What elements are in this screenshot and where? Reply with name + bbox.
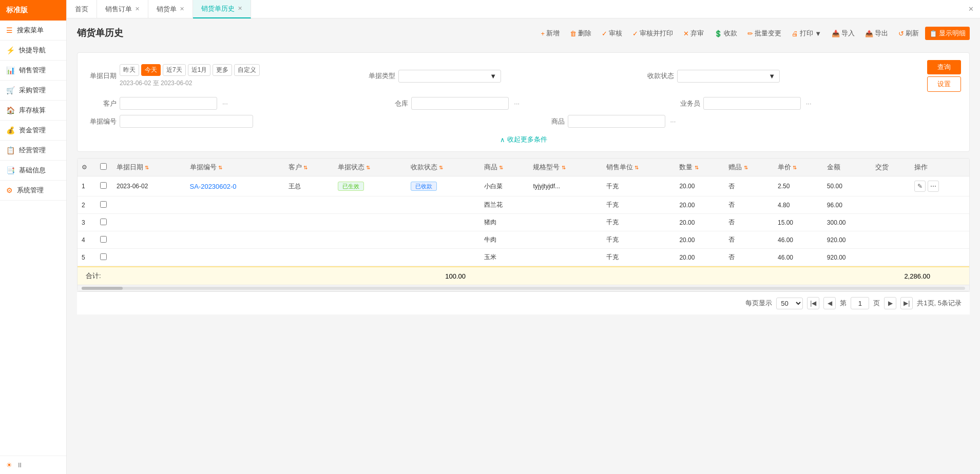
doc-type-select[interactable]: ▼	[398, 70, 501, 83]
date-opt-today[interactable]: 今天	[141, 64, 161, 76]
cell-trade	[871, 196, 910, 214]
delete-button[interactable]: 🗑 删除	[566, 27, 595, 40]
date-opt-custom[interactable]: 自定义	[234, 64, 260, 76]
doc-no-link[interactable]: SA-20230602-0	[190, 183, 237, 190]
cell-unit: 千克	[602, 231, 676, 249]
col-checkbox[interactable]	[96, 159, 112, 176]
col-unit-price[interactable]: 单价 ⇅	[774, 159, 823, 176]
sidebar-item-sys-mgmt[interactable]: ⚙ 系统管理	[0, 181, 66, 201]
business-input[interactable]	[703, 97, 801, 110]
sidebar-item-basic-info[interactable]: 📑 基础信息	[0, 161, 66, 181]
col-unit[interactable]: 销售单位 ⇅	[602, 159, 676, 176]
prev-page-button[interactable]: ◀	[823, 297, 836, 309]
date-opt-7days[interactable]: 近7天	[163, 64, 186, 76]
sidebar-bottom-icon[interactable]: ☀	[6, 461, 12, 469]
row-checkbox[interactable]	[100, 201, 107, 208]
tab-home[interactable]: 首页	[67, 0, 97, 18]
col-gift[interactable]: 赠品 ⇅	[724, 159, 774, 176]
cell-checkbox[interactable]	[96, 249, 112, 266]
cell-doc-no	[186, 249, 284, 266]
horizontal-scrollbar[interactable]	[78, 285, 969, 291]
export-button[interactable]: 📤 导出	[861, 27, 892, 40]
sidebar-item-ops-mgmt[interactable]: 📋 经营管理	[0, 141, 66, 161]
collapse-button[interactable]: ∧ 收起更多条件	[498, 133, 549, 146]
business-dots[interactable]: ···	[806, 100, 812, 107]
col-pay-status[interactable]: 收款状态 ⇅	[407, 159, 480, 176]
row-checkbox[interactable]	[100, 219, 107, 225]
cell-checkbox[interactable]	[96, 176, 112, 196]
first-page-button[interactable]: |◀	[807, 297, 819, 309]
tab-sales-goods[interactable]: 销货单 ✕	[148, 0, 193, 18]
row-checkbox[interactable]	[100, 182, 107, 189]
col-doc-status[interactable]: 单据状态 ⇅	[334, 159, 407, 176]
per-page-select[interactable]: 50 100 200	[776, 298, 803, 309]
show-detail-button[interactable]: 📋 显示明细	[925, 27, 970, 40]
collect-button[interactable]: 💲 收款	[710, 27, 741, 40]
cell-checkbox[interactable]	[96, 231, 112, 249]
cell-amount: 96.00	[823, 196, 872, 214]
refresh-button[interactable]: ↺ 刷新	[894, 27, 923, 40]
import-button[interactable]: 📥 导入	[828, 27, 859, 40]
col-settings[interactable]: ⚙	[78, 159, 96, 176]
doc-status-badge: 已生效	[338, 182, 364, 191]
warehouse-dots[interactable]: ···	[514, 100, 520, 107]
settings-button[interactable]: 设置	[927, 76, 961, 92]
next-page-button[interactable]: ▶	[884, 297, 896, 309]
cell-quantity: 20.00	[675, 214, 724, 231]
sidebar-item-search-menu[interactable]: ☰ 搜索菜单	[0, 21, 66, 41]
sidebar-item-sales-mgmt[interactable]: 📊 销售管理	[0, 61, 66, 81]
col-date[interactable]: 单据日期 ⇅	[112, 159, 186, 176]
col-doc-no-label: 单据编号	[190, 163, 217, 171]
goods-input[interactable]	[568, 115, 665, 128]
date-opt-yesterday[interactable]: 昨天	[120, 64, 139, 76]
sidebar-collapse-icon[interactable]: ⏸	[16, 461, 23, 469]
print-icon: 🖨	[792, 30, 798, 37]
sort-pay-status-icon: ⇅	[439, 165, 443, 170]
warehouse-input[interactable]	[411, 97, 509, 110]
tab-sales-goods-close[interactable]: ✕	[180, 6, 184, 12]
row-checkbox[interactable]	[100, 236, 107, 243]
edit-op-btn[interactable]: ✎	[914, 181, 926, 192]
tab-sales-order-close[interactable]: ✕	[135, 6, 140, 12]
print-button[interactable]: 🖨 打印 ▼	[787, 27, 825, 40]
sidebar-item-inventory[interactable]: 🏠 库存核算	[0, 101, 66, 121]
page-number-input[interactable]: 1	[851, 297, 869, 309]
tab-close-all[interactable]: ✕	[962, 5, 980, 13]
col-ops: 操作	[910, 159, 969, 176]
tab-sales-history-close[interactable]: ✕	[238, 5, 242, 12]
tab-sales-order-label: 销售订单	[105, 5, 132, 14]
sidebar-item-quick-nav[interactable]: ⚡ 快捷导航	[0, 41, 66, 61]
row-checkbox[interactable]	[100, 253, 107, 260]
query-button[interactable]: 查询	[927, 60, 961, 74]
sidebar-item-finance-mgmt[interactable]: 💰 资金管理	[0, 121, 66, 141]
batch-change-button[interactable]: ✏ 批量变更	[743, 27, 785, 40]
col-goods[interactable]: 商品 ⇅	[480, 159, 529, 176]
sort-doc-status-icon: ⇅	[366, 165, 370, 170]
cell-quantity: 20.00	[675, 196, 724, 214]
review-button[interactable]: ✓ 审核	[598, 27, 626, 40]
abandon-button[interactable]: ✕ 弃审	[679, 27, 708, 40]
cell-checkbox[interactable]	[96, 196, 112, 214]
col-customer[interactable]: 客户 ⇅	[284, 159, 334, 176]
date-opt-1month[interactable]: 近1月	[188, 64, 211, 76]
last-page-button[interactable]: ▶|	[900, 297, 913, 309]
cell-ops	[910, 231, 969, 249]
scrollbar-thumb[interactable]	[82, 287, 123, 290]
tab-sales-order[interactable]: 销售订单 ✕	[97, 0, 148, 18]
review-print-button[interactable]: ✓ 审核并打印	[628, 27, 677, 40]
col-doc-no[interactable]: 单据编号 ⇅	[186, 159, 284, 176]
doc-no-input[interactable]	[120, 115, 253, 128]
sidebar-item-purchase-mgmt[interactable]: 🛒 采购管理	[0, 81, 66, 101]
col-spec[interactable]: 规格型号 ⇅	[529, 159, 602, 176]
customer-input[interactable]	[120, 97, 217, 110]
tab-sales-history[interactable]: 销货单历史 ✕	[193, 0, 251, 18]
select-all-checkbox[interactable]	[100, 163, 107, 170]
col-quantity[interactable]: 数量 ⇅	[675, 159, 724, 176]
date-opt-more[interactable]: 更多	[213, 64, 232, 76]
cell-checkbox[interactable]	[96, 214, 112, 231]
new-button[interactable]: + 新增	[537, 27, 564, 40]
payment-status-select[interactable]: ▼	[677, 70, 780, 83]
goods-dots[interactable]: ···	[670, 117, 676, 125]
more-op-btn[interactable]: ⋯	[928, 181, 939, 192]
customer-dots[interactable]: ···	[222, 100, 228, 107]
